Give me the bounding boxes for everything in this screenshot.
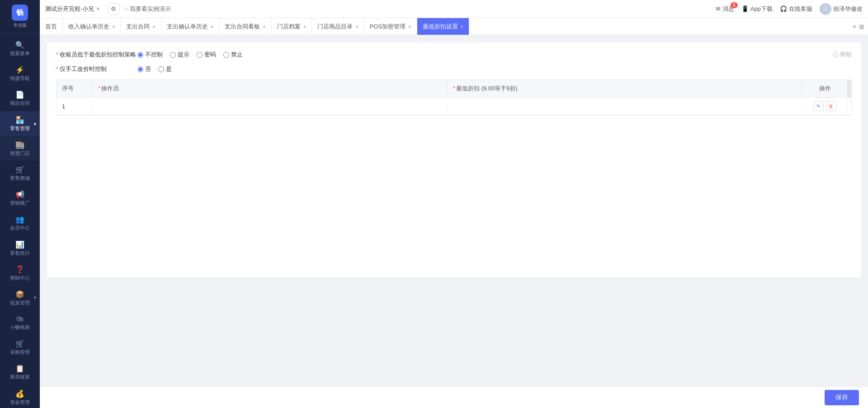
- help-label: 帮助: [840, 51, 852, 59]
- policy-remind-label: 提示: [178, 51, 189, 59]
- policy-password[interactable]: 密码: [197, 51, 216, 59]
- tab-income-confirm[interactable]: 收入确认单历史 ×: [63, 18, 121, 35]
- policy-no-control-label: 不控制: [145, 51, 163, 59]
- tab-store-product[interactable]: 门店商品目录 ×: [312, 18, 364, 35]
- th-discount: 最低折扣 (9.00等于9折): [448, 80, 802, 97]
- retail-stats-icon: 📊: [15, 240, 24, 249]
- sidebar-item-retail-shop[interactable]: 🛒 零售商城: [0, 161, 40, 186]
- content-area: 收银员低于最低折扣控制策略 不控制 提示 密码: [40, 35, 868, 386]
- main-card: 收银员低于最低折扣控制策略 不控制 提示 密码: [47, 42, 861, 277]
- topbar-project[interactable]: 测试分开完程·小兄 ▼: [45, 5, 102, 13]
- table-header: 序号 操作员 最低折扣 (9.00等于9折) 操作: [57, 80, 851, 98]
- sidebar-item-quick-nav-label: 快捷导航: [10, 75, 30, 81]
- topbar-message-btn[interactable]: ✉ 消息 8: [716, 5, 734, 13]
- sidebar-item-marketing[interactable]: 📢 营销推广: [0, 186, 40, 211]
- message-icon: ✉: [716, 5, 721, 12]
- retail-shop-icon: 🛒: [15, 165, 24, 174]
- sidebar-item-retail[interactable]: 🏪 零售管理 ▲: [0, 111, 40, 136]
- manual-row: 仅手工改价时控制 否 是: [56, 65, 852, 73]
- sidebar-item-wholesale[interactable]: 📦 批发管理 ▼: [0, 286, 40, 310]
- tab-store-archive[interactable]: 门店档案 ×: [272, 18, 312, 35]
- manual-yes-label: 是: [166, 65, 172, 73]
- sidebar-item-member[interactable]: 👥 会员中心: [0, 211, 40, 235]
- sidebar: 畅 专业版 🔍 搜索菜单 ⚡ 快捷导航 📄 项目合同 🏪 零售管理 ▲ 🏬 智慧…: [0, 0, 40, 408]
- demo-circle-icon: ○: [125, 5, 128, 12]
- table-scrollbar: [848, 80, 851, 97]
- tab-home[interactable]: 首页: [40, 18, 63, 35]
- delete-btn-1[interactable]: 🗑: [826, 101, 836, 111]
- tab-pos-secret[interactable]: POS加密管理 ×: [364, 18, 417, 35]
- policy-radio-group: 不控制 提示 密码 禁止: [137, 51, 243, 59]
- topbar-user-avatar[interactable]: 人 徐泽华修改: [820, 3, 863, 15]
- tab-min-discount-label: 最低折扣设置: [423, 23, 458, 31]
- sidebar-item-search-label: 搜索菜单: [10, 51, 30, 56]
- sidebar-item-purchase-label: 采购管理: [10, 349, 30, 355]
- app-label: App下载: [750, 5, 773, 13]
- settings-icon: ⚙: [111, 5, 116, 12]
- sidebar-item-ecommerce[interactable]: 🛍 小畅电商: [0, 310, 40, 335]
- tab-pay-board[interactable]: 支出合同看板 ×: [219, 18, 271, 35]
- sidebar-item-retail-stats-label: 零售统计: [10, 250, 30, 256]
- edit-btn-1[interactable]: ✎: [814, 101, 824, 111]
- tab-pay-contract-label: 支出合同: [126, 23, 150, 31]
- user-name: 徐泽华修改: [833, 5, 863, 13]
- tab-pay-contract-close[interactable]: ×: [152, 24, 155, 29]
- help-btn[interactable]: ⓘ 帮助: [833, 51, 852, 59]
- footer-bar: 保存: [40, 386, 868, 408]
- tabs-controls: × ⊞: [849, 23, 868, 30]
- quick-nav-icon: ⚡: [15, 66, 24, 74]
- policy-remind[interactable]: 提示: [170, 51, 189, 59]
- sidebar-item-inventory-label: 库存核算: [10, 374, 30, 380]
- topbar-settings-btn[interactable]: ⚙: [108, 3, 119, 15]
- td-action-1: ✎ 🗑: [802, 98, 848, 115]
- manual-no[interactable]: 否: [137, 65, 151, 73]
- topbar-service-btn[interactable]: 🎧 在线客服: [780, 5, 812, 13]
- demo-label: 我要看实例演示: [130, 5, 171, 13]
- td-seq-1: 1: [57, 99, 93, 113]
- sidebar-item-wholesale-label: 批发管理: [10, 300, 30, 306]
- message-badge: 8: [731, 2, 738, 8]
- tab-pay-confirm-label: 支出确认单历史: [167, 23, 208, 31]
- sidebar-item-finance[interactable]: 💰 资金管理: [0, 385, 40, 408]
- avatar: 人: [820, 3, 831, 15]
- tab-pos-secret-close[interactable]: ×: [408, 24, 411, 29]
- td-operator-1: [93, 103, 448, 110]
- td-discount-1: [448, 103, 802, 110]
- tab-pay-contract[interactable]: 支出合同 ×: [121, 18, 161, 35]
- tab-pay-confirm[interactable]: 支出确认单历史 ×: [161, 18, 219, 35]
- tab-income-confirm-label: 收入确认单历史: [68, 23, 109, 31]
- manual-yes[interactable]: 是: [158, 65, 172, 73]
- sidebar-item-search[interactable]: 🔍 搜索菜单: [0, 36, 40, 61]
- tab-store-archive-close[interactable]: ×: [303, 24, 306, 29]
- tab-income-confirm-close[interactable]: ×: [112, 24, 115, 29]
- tab-pay-confirm-close[interactable]: ×: [211, 24, 213, 29]
- retail-arrow: ▲: [33, 121, 37, 126]
- sidebar-item-help-center[interactable]: ❓ 帮助中心: [0, 261, 40, 286]
- project-dropdown-icon: ▼: [96, 6, 100, 11]
- sidebar-item-project-contract[interactable]: 📄 项目合同: [0, 86, 40, 111]
- smart-store-icon: 🏬: [15, 141, 24, 149]
- save-button[interactable]: 保存: [825, 390, 859, 405]
- sidebar-item-purchase[interactable]: 🛒 采购管理: [0, 335, 40, 360]
- retail-icon: 🏪: [15, 116, 24, 124]
- sidebar-item-inventory[interactable]: 📋 库存核算: [0, 360, 40, 385]
- tab-close-all-icon[interactable]: ×: [853, 23, 856, 30]
- tab-pay-board-close[interactable]: ×: [263, 24, 265, 29]
- tab-min-discount[interactable]: 最低折扣设置 ×: [417, 18, 469, 35]
- sidebar-nav: 🔍 搜索菜单 ⚡ 快捷导航 📄 项目合同 🏪 零售管理 ▲ 🏬 智慧门店 🛒 零…: [0, 33, 40, 408]
- tab-store-product-close[interactable]: ×: [355, 24, 358, 29]
- policy-forbid[interactable]: 禁止: [223, 51, 243, 59]
- policy-no-control[interactable]: 不控制: [137, 51, 163, 59]
- tab-expand-icon[interactable]: ⊞: [859, 23, 864, 30]
- topbar-demo[interactable]: ○ 我要看实例演示: [125, 5, 171, 13]
- tab-min-discount-close[interactable]: ×: [461, 24, 463, 29]
- sidebar-item-quick-nav[interactable]: ⚡ 快捷导航: [0, 61, 40, 86]
- topbar-app-download-btn[interactable]: 📱 App下载: [741, 5, 773, 13]
- sidebar-item-smart-store[interactable]: 🏬 智慧门店: [0, 136, 40, 161]
- manual-label: 仅手工改价时控制: [56, 65, 137, 73]
- policy-password-label: 密码: [204, 51, 216, 59]
- help-circle-icon: ⓘ: [833, 51, 839, 59]
- project-contract-icon: 📄: [15, 90, 24, 99]
- inventory-icon: 📋: [15, 364, 24, 373]
- sidebar-item-retail-stats[interactable]: 📊 零售统计: [0, 236, 40, 261]
